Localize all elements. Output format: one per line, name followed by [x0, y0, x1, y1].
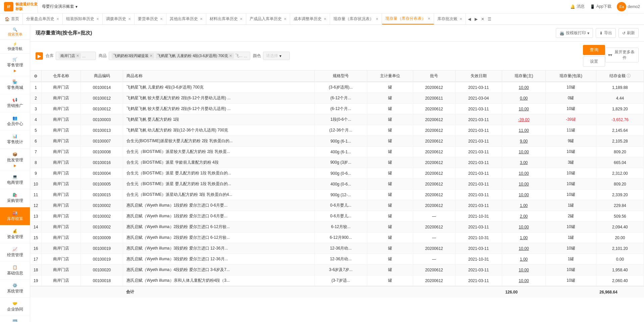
row-code: 00100002	[81, 200, 123, 211]
row-unit: 罐	[367, 179, 413, 190]
sidebar-item-retail-shop[interactable]: 🏪 零售商城	[0, 76, 30, 94]
tab-batch-voucher[interactable]: 库存批次账 ✕	[434, 13, 466, 24]
messages-btn[interactable]: 🔔 消息	[570, 4, 585, 9]
sidebar-item-finance[interactable]: 💰 资金管理	[0, 225, 30, 244]
settings-icon[interactable]: ⚙	[34, 74, 38, 78]
logo-icon: 好	[4, 2, 13, 11]
col-code: 商品编码	[81, 70, 123, 82]
row-name: 惠氏启赋（Wyeth illuma）1段奶粉 爱尔兰进口 0-6月婴...	[123, 200, 314, 211]
tab-close-icon[interactable]: ✕	[376, 17, 378, 21]
tab-request-order[interactable]: 要货单历史 ✕	[135, 13, 166, 24]
footer-qty: 126.00	[502, 286, 545, 298]
product-tag-1-close[interactable]: ✕	[229, 54, 232, 58]
print-btn[interactable]: 🖨️ 按模板打印 ▾	[556, 28, 593, 38]
row-name: 合生元（BIOSTIME）派星 学龄前儿童配方奶粉 4段	[123, 157, 314, 168]
tab-close-icon[interactable]: ✕	[324, 17, 326, 21]
row-expire: 2021-03-11	[455, 157, 502, 168]
tab-close-icon[interactable]: ✕	[200, 17, 203, 21]
warehouse-label: 合库	[46, 53, 54, 59]
sidebar-item-batch-mgmt[interactable]: 📦 批发管理 ▶	[0, 149, 30, 171]
sidebar-item-enterprise[interactable]: 🤝 企业协同	[0, 298, 30, 316]
row-qty-main[interactable]: 1.00	[502, 200, 545, 211]
row-qty-main[interactable]: 10.00	[502, 179, 545, 190]
warehouse-tag-close[interactable]: ✕	[76, 54, 79, 58]
col-settings[interactable]: ⚙	[30, 70, 42, 82]
sidebar-item-retail-stats[interactable]: 📊 零售统计	[0, 130, 30, 149]
row-qty-main[interactable]: 0.00	[502, 93, 545, 104]
export-btn[interactable]: ⬇ 导出	[596, 28, 616, 38]
sidebar-item-system[interactable]: ⚙️ 系统管理	[0, 280, 30, 298]
setting-btn[interactable]: 设置	[583, 56, 605, 67]
expand-more-btn[interactable]: ▾▾ 展开更多条件	[605, 48, 639, 62]
tab-close-icon[interactable]: ✕	[56, 17, 59, 21]
warehouse-tag-group[interactable]: 南岸门店 ✕ ...	[56, 52, 96, 60]
sidebar-quick-nav[interactable]: ⚡ 快捷导航	[0, 40, 30, 54]
row-code: 00100002	[81, 211, 123, 222]
row-qty-main[interactable]: 3.00	[502, 157, 545, 168]
sidebar-item-marketing[interactable]: 📢 营销推广	[0, 94, 30, 112]
row-qty-main[interactable]: 10.00	[502, 265, 545, 275]
tab-menu-btn[interactable]: ☰	[486, 16, 493, 22]
color-input-group[interactable]: 请选择 ▾	[263, 52, 290, 60]
refresh-btn[interactable]: ↺ 刷新	[619, 28, 639, 38]
sidebar-item-retail[interactable]: 🛒 零售管理 ▶	[0, 54, 30, 76]
row-qty-main[interactable]: 10.00	[502, 275, 545, 286]
row-qty-main[interactable]: 1.00	[502, 232, 545, 243]
row-amount: 4.44	[596, 93, 644, 104]
tab-split-stock[interactable]: 分量盘点单历史 ✕	[23, 13, 63, 24]
tab-stock-dist[interactable]: 现存量（库存分布表） ✕	[382, 13, 434, 24]
sidebar-item-ecommerce[interactable]: 💻 电商管理	[0, 171, 30, 189]
tab-disassemble[interactable]: 组装拆卸单历史 ✕	[63, 13, 103, 24]
sidebar-item-purchase[interactable]: 🛍️ 采购管理	[0, 189, 30, 207]
app-download-btn[interactable]: 📱 App下载	[590, 4, 611, 9]
sidebar-item-basic-info[interactable]: 📋 基础信息	[0, 262, 30, 280]
product-tag-group[interactable]: 飞鹤奶粉3段丙罐提装 ✕ 飞鹤星飞帆 儿童奶粉 4段(3-6岁适用) 700克 …	[109, 52, 250, 60]
row-qty-main[interactable]: 2.00	[502, 211, 545, 222]
row-qty-main[interactable]: 10.00	[502, 243, 545, 254]
row-qty-main[interactable]: 10.00	[502, 82, 545, 93]
tab-close-icon[interactable]: ✕	[128, 17, 131, 21]
row-qty-main[interactable]: 10.00	[502, 104, 545, 114]
row-qty-main[interactable]: 10.00	[502, 168, 545, 179]
tab-close-icon[interactable]: ✕	[240, 17, 243, 21]
tab-other-out[interactable]: 其他出库单历史 ✕	[166, 13, 206, 24]
tab-product-in[interactable]: 产成品入库单历史 ✕	[246, 13, 290, 24]
row-qty-main[interactable]: 9.00	[502, 136, 545, 147]
tab-close-icon[interactable]: ✕	[460, 17, 462, 21]
tab-home[interactable]: 🏠 首页	[1, 13, 23, 24]
sidebar-item-inventory[interactable]: 🏭 库存核算	[0, 207, 30, 225]
sidebar-search[interactable]: 🔍 搜索英单	[0, 25, 30, 40]
batch-icon: 📦	[12, 152, 17, 157]
sidebar-item-operations[interactable]: 📈 经营管理	[0, 244, 30, 262]
logo-icon-text: 好	[7, 4, 10, 9]
tab-prev-btn[interactable]: ◀	[466, 16, 473, 22]
tab-close-icon[interactable]: ✕	[428, 17, 430, 20]
tab-cost-adjust[interactable]: 成本调整单历史 ✕	[290, 13, 330, 24]
tab-next-btn[interactable]: ▶	[473, 16, 479, 22]
row-code: 00100009	[81, 232, 123, 243]
account-dropdown[interactable]: 母婴行业演示账套 ▾	[38, 0, 82, 13]
sidebar-item-member[interactable]: 👥 会员中心	[0, 112, 30, 130]
row-qty-main[interactable]: 1.00	[502, 254, 545, 265]
filter-expand-arrow[interactable]: ▶	[36, 52, 43, 60]
tab-close-icon[interactable]: ✕	[160, 17, 163, 21]
row-qty-main[interactable]: 10.00	[502, 222, 545, 232]
row-name: 合生元（BIOSTIME）派星较大婴儿配方奶粉 2段 乳铁蛋...	[123, 147, 314, 157]
row-qty-main[interactable]: 10.00	[502, 147, 545, 157]
product-tag-0-close[interactable]: ✕	[150, 54, 153, 58]
user-area[interactable]: Ea demo2	[617, 2, 640, 11]
tab-stock-status[interactable]: 现存量（库存状况表） ✕	[330, 13, 382, 24]
inventory-icon: 🏭	[12, 211, 17, 215]
tab-close-all-btn[interactable]: ✕	[479, 16, 486, 22]
sidebar-item-new-guide[interactable]: 🆕 新手引导	[0, 316, 30, 322]
search-btn[interactable]: 查询	[583, 45, 605, 55]
amount-info-icon[interactable]: ⓘ	[627, 73, 631, 79]
tab-mix-order[interactable]: 调拨单历史 ✕	[103, 13, 135, 24]
tab-material-out[interactable]: 材料出库单历史 ✕	[206, 13, 246, 24]
tab-close-icon[interactable]: ✕	[284, 17, 286, 21]
row-qty-main[interactable]: 11.00	[502, 125, 545, 136]
basic-info-icon: 📋	[12, 265, 17, 270]
row-qty-main[interactable]: -39.00	[502, 114, 545, 125]
tab-close-icon[interactable]: ✕	[96, 17, 99, 21]
row-qty-main[interactable]: 10.00	[502, 190, 545, 200]
